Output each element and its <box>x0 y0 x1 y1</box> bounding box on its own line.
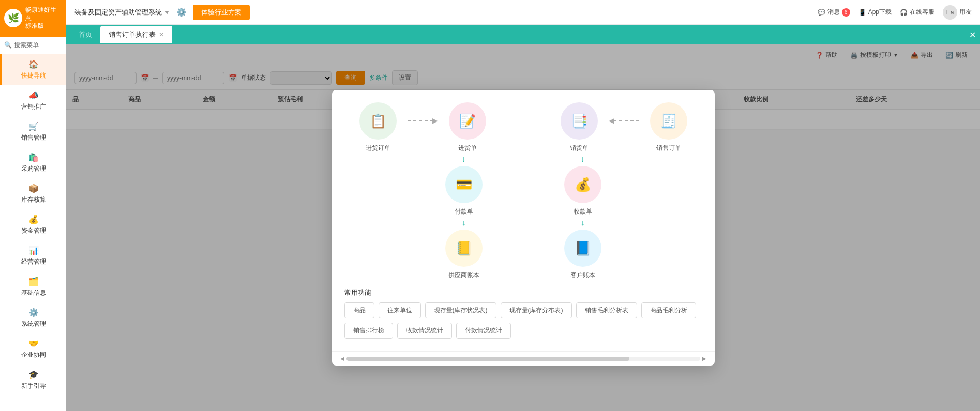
common-btn-sales-gross[interactable]: 销售毛利分析表 <box>576 302 637 318</box>
common-btn-payment-stat[interactable]: 付款情况统计 <box>456 323 511 339</box>
common-btn-sales-rank[interactable]: 销售排行榜 <box>344 323 393 339</box>
common-btns-row1: 商品 往来单位 现存量(库存状况表) 现存量(库存分布表) 销售毛利分析表 商品… <box>344 302 702 318</box>
common-btn-receipt-stat[interactable]: 收款情况统计 <box>397 323 452 339</box>
receipt-circle[interactable]: 💰 <box>564 166 601 203</box>
newbie-icon: 🎓 <box>28 370 39 379</box>
sidebar-item-enterprise[interactable]: 🤝 企业协同 <box>0 333 66 364</box>
common-btn-stock-dist[interactable]: 现存量(库存分布表) <box>501 302 572 318</box>
sidebar-item-system[interactable]: ⚙️ 系统管理 <box>0 302 66 333</box>
sales-order-circle[interactable]: 🧾 <box>650 102 687 140</box>
flow-item-sales-order[interactable]: 🧾 销售订单 <box>635 102 702 153</box>
tab-close-icon[interactable]: ✕ <box>159 31 164 38</box>
tabbar: 首页 销售订单执行表 ✕ ✕ <box>66 25 980 44</box>
sidebar-item-marketing[interactable]: 📣 营销推广 <box>0 85 66 116</box>
sales-invoice-circle[interactable]: 📑 <box>561 102 598 140</box>
enterprise-icon: 🤝 <box>28 339 39 348</box>
download-icon: 📱 <box>858 9 866 16</box>
scrollbar-track[interactable] <box>346 357 700 361</box>
common-btn-counterpart[interactable]: 往来单位 <box>379 302 421 318</box>
purchase-receipt-circle[interactable]: 📝 <box>449 102 486 140</box>
search-menu[interactable]: 🔍 搜索菜单 <box>0 37 66 54</box>
main-area: 装备及固定资产辅助管理系统 ▼ ⚙️ 体验行业方案 💬 消息 6 📱 App下载… <box>66 0 980 411</box>
supplier-ledger-circle[interactable]: 📒 <box>445 230 483 267</box>
flow-item-sales-invoice[interactable]: 📑 销货单 <box>546 102 613 153</box>
flow-modal: 📋 进货订单 ▶ 📝 <box>332 90 715 366</box>
user-avatar: Ea <box>943 5 957 20</box>
sales-icon: 🛒 <box>28 121 39 131</box>
common-btn-product[interactable]: 商品 <box>344 302 374 318</box>
modal-scrollbar: ◀ ▶ <box>332 351 715 366</box>
system-title[interactable]: 装备及固定资产辅助管理系统 ▼ <box>74 8 170 17</box>
sidebar-item-operation[interactable]: 📊 经营管理 <box>0 240 66 271</box>
gear-icon[interactable]: ⚙️ <box>176 7 187 17</box>
content-area: ❓ 帮助 🖨️ 按模板打印 ▼ 📤 导出 🔄 刷新 <box>66 44 980 411</box>
payment-circle[interactable]: 💳 <box>445 166 483 203</box>
finance-icon: 💰 <box>28 215 39 224</box>
sidebar-logo[interactable]: 🌿 畅康通好生意 标准版 <box>0 0 66 37</box>
message-btn[interactable]: 💬 消息 6 <box>818 8 850 17</box>
system-icon: ⚙️ <box>28 308 39 317</box>
dropdown-icon: ▼ <box>164 9 170 16</box>
experience-btn[interactable]: 体验行业方案 <box>193 5 250 20</box>
sidebar-item-newbie[interactable]: 🎓 新手引导 <box>0 364 66 395</box>
scrollbar-thumb <box>346 357 629 361</box>
scrollbar-right-arrow[interactable]: ▶ <box>702 356 706 361</box>
logo-icon: 🌿 <box>4 9 22 27</box>
topbar-right: 💬 消息 6 📱 App下载 🎧 在线客服 Ea 用友 <box>818 5 972 20</box>
tab-sales-order-exec[interactable]: 销售订单执行表 ✕ <box>100 26 172 43</box>
common-btn-stock-status[interactable]: 现存量(库存状况表) <box>425 302 496 318</box>
flow-item-supplier-ledger[interactable]: 📒 供应商账本 <box>430 230 497 280</box>
inventory-icon: 📦 <box>28 184 39 193</box>
message-badge: 6 <box>842 8 850 17</box>
sidebar-item-inventory[interactable]: 📦 库存核算 <box>0 178 66 209</box>
basic-info-icon: 🗂️ <box>28 277 39 286</box>
app-download-btn[interactable]: 📱 App下载 <box>858 8 892 17</box>
sidebar-item-basic-info[interactable]: 🗂️ 基础信息 <box>0 271 66 302</box>
user-menu[interactable]: Ea 用友 <box>943 5 972 20</box>
flow-item-purchase-receipt[interactable]: 📝 进货单 <box>434 102 501 153</box>
common-functions-title: 常用功能 <box>344 288 702 297</box>
common-btn-product-gross[interactable]: 商品毛利分析 <box>641 302 696 318</box>
flow-item-payment[interactable]: 💳 付款单 <box>430 166 497 216</box>
flow-item-receipt[interactable]: 💰 收款单 <box>549 166 616 216</box>
service-icon: 🎧 <box>900 9 908 16</box>
sidebar-item-finance[interactable]: 💰 资金管理 <box>0 209 66 240</box>
operation-icon: 📊 <box>28 246 39 255</box>
flow-section: 📋 进货订单 ▶ 📝 <box>344 102 702 280</box>
modal-overlay[interactable]: 📋 进货订单 ▶ 📝 <box>66 44 980 411</box>
common-btns-row2: 销售排行榜 收款情况统计 付款情况统计 <box>344 323 702 339</box>
tab-home[interactable]: 首页 <box>70 26 100 43</box>
sidebar-item-sales[interactable]: 🛒 销售管理 <box>0 116 66 147</box>
sidebar-nav: 🏠 快捷导航 📣 营销推广 🛒 销售管理 🛍️ 采购管理 📦 库存核算 💰 <box>0 54 66 411</box>
search-icon: 🔍 <box>4 41 12 49</box>
home-icon: 🏠 <box>28 59 39 69</box>
flow-item-purchase-order[interactable]: 📋 进货订单 <box>344 102 412 153</box>
message-icon: 💬 <box>818 9 825 16</box>
customer-ledger-circle[interactable]: 📘 <box>564 230 601 267</box>
marketing-icon: 📣 <box>28 90 39 100</box>
scrollbar-left-arrow[interactable]: ◀ <box>340 356 344 361</box>
common-functions-section: 常用功能 商品 往来单位 现存量(库存状况表) 现存量(库存分布表) 销售毛利分… <box>344 288 702 339</box>
purchase-order-circle[interactable]: 📋 <box>359 102 397 140</box>
flow-item-customer-ledger[interactable]: 📘 客户账本 <box>549 230 616 280</box>
topbar: 装备及固定资产辅助管理系统 ▼ ⚙️ 体验行业方案 💬 消息 6 📱 App下载… <box>66 0 980 25</box>
sidebar: 🌿 畅康通好生意 标准版 🔍 搜索菜单 🏠 快捷导航 📣 营销推广 🛒 销售管理 <box>0 0 66 411</box>
online-service-btn[interactable]: 🎧 在线客服 <box>900 8 934 17</box>
logo-text: 畅康通好生意 标准版 <box>25 6 62 31</box>
modal-content: 📋 进货订单 ▶ 📝 <box>332 90 715 351</box>
tabbar-close-btn[interactable]: ✕ <box>969 30 976 40</box>
purchase-icon: 🛍️ <box>28 153 39 162</box>
sidebar-item-purchase[interactable]: 🛍️ 采购管理 <box>0 147 66 178</box>
sidebar-item-quick-nav[interactable]: 🏠 快捷导航 <box>0 54 66 85</box>
